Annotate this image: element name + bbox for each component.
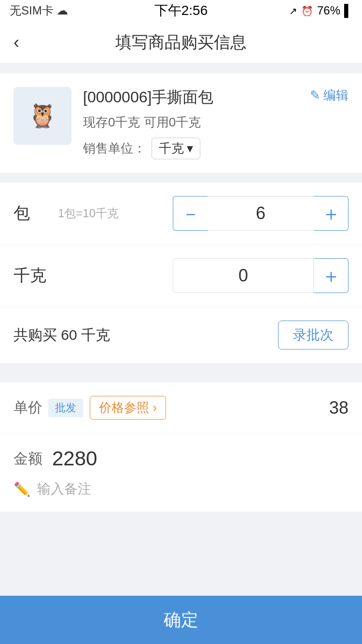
product-image: 🦉 xyxy=(14,87,71,145)
kg-input[interactable] xyxy=(173,258,314,293)
unit-label: 销售单位： xyxy=(83,140,146,157)
divider-2 xyxy=(0,363,362,373)
edit-button[interactable]: ✎ 编辑 xyxy=(310,87,348,104)
price-ref-button[interactable]: 价格参照 › xyxy=(90,396,166,420)
alarm-icon xyxy=(301,4,313,17)
chevron-down-icon: ▾ xyxy=(187,141,193,156)
product-name: [0000006]手撕面包 xyxy=(83,87,348,108)
back-button[interactable]: ‹ xyxy=(14,32,19,53)
battery-icon: ▌ xyxy=(344,4,352,17)
amount-value: 2280 xyxy=(52,447,97,470)
nav-bar: ‹ 填写商品购买信息 xyxy=(0,21,362,64)
product-unit-row: 销售单位： 千克 ▾ xyxy=(83,138,348,159)
product-info: [0000006]手撕面包 现存0千克 可用0千克 销售单位： 千克 ▾ xyxy=(83,87,348,159)
amount-label: 金额 xyxy=(14,449,42,469)
batch-button[interactable]: 录批次 xyxy=(278,321,348,350)
unit-select[interactable]: 千克 ▾ xyxy=(152,138,200,159)
summary-row: 共购买 60 千克 录批次 xyxy=(0,307,362,363)
unit-value: 千克 xyxy=(159,140,184,157)
product-thumbnail-icon: 🦉 xyxy=(28,102,57,129)
summary-text: 共购买 60 千克 xyxy=(14,325,110,345)
pencil-icon: ✏️ xyxy=(14,481,30,497)
product-stock: 现存0千克 可用0千克 xyxy=(83,114,348,131)
status-time: 下午2:56 xyxy=(154,1,208,20)
edit-label: 编辑 xyxy=(323,87,348,104)
edit-icon: ✎ xyxy=(310,88,320,103)
pack-increase-button[interactable]: ＋ xyxy=(314,196,348,231)
price-ref-label: 价格参照 › xyxy=(99,399,157,416)
kg-row: 千克 ＋ xyxy=(0,245,362,307)
battery-text: 76% xyxy=(317,4,340,17)
confirm-button[interactable]: 确定 xyxy=(0,596,362,644)
kg-label: 千克 xyxy=(14,265,52,287)
price-label: 单价 xyxy=(14,398,42,418)
price-row: 单价 批发 价格参照 › 38 xyxy=(0,382,362,434)
price-badge: 批发 xyxy=(48,399,83,417)
product-card: 🦉 [0000006]手撕面包 现存0千克 可用0千克 销售单位： 千克 ▾ ✎… xyxy=(0,73,362,173)
pack-input[interactable] xyxy=(208,196,314,231)
remark-placeholder: 输入备注 xyxy=(37,480,91,498)
status-right: 76% ▌ xyxy=(289,4,352,17)
pack-label: 包 xyxy=(14,202,52,224)
status-bar: 无SIM卡 ☁ 下午2:56 76% ▌ xyxy=(0,0,362,21)
page-title: 填写商品购买信息 xyxy=(115,31,247,54)
remark-row[interactable]: ✏️ 输入备注 xyxy=(14,480,348,498)
divider-1 xyxy=(0,173,362,182)
location-icon xyxy=(289,4,297,17)
pack-row: 包 1包=10千克 － ＋ xyxy=(0,182,362,245)
amount-row: 金额 2280 xyxy=(14,447,348,470)
price-value: 38 xyxy=(329,398,348,418)
kg-stepper: ＋ xyxy=(173,258,348,293)
amount-section: 金额 2280 ✏️ 输入备注 xyxy=(0,434,362,512)
signal-text: 无SIM卡 ☁ xyxy=(10,3,68,18)
pack-section: 包 1包=10千克 － ＋ 千克 ＋ xyxy=(0,182,362,307)
pack-stepper: － ＋ xyxy=(173,196,348,231)
pack-decrease-button[interactable]: － xyxy=(173,196,208,231)
status-left: 无SIM卡 ☁ xyxy=(10,3,68,18)
kg-increase-button[interactable]: ＋ xyxy=(314,258,348,293)
price-section: 单价 批发 价格参照 › 38 xyxy=(0,382,362,434)
pack-hint: 1包=10千克 xyxy=(58,206,173,221)
